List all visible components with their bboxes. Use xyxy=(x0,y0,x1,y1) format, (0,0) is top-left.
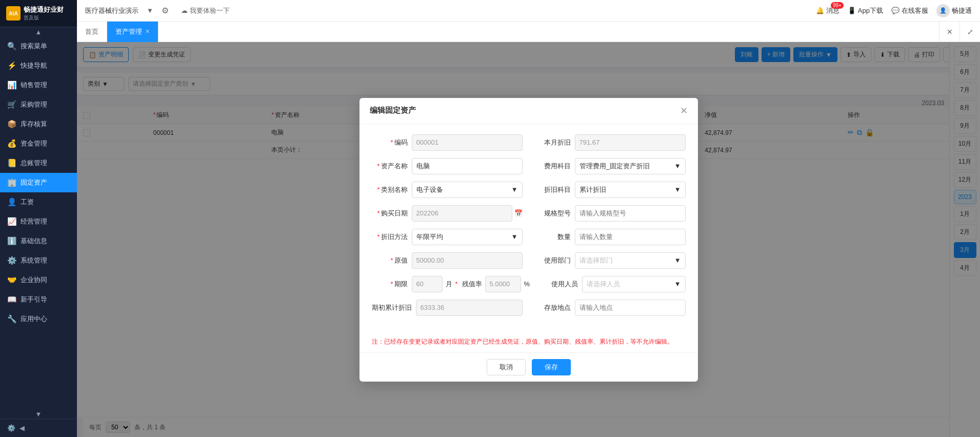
code-label: *编码 xyxy=(372,138,408,147)
sidebar-item-apps[interactable]: 🔧 应用中心 xyxy=(0,309,77,329)
sidebar-item-finance[interactable]: 💰 资金管理 xyxy=(0,134,77,153)
person-dropdown-icon: ▼ xyxy=(674,280,681,288)
online-support-btn[interactable]: 💬 在线客服 xyxy=(891,6,928,15)
notification-icon: 🔔 xyxy=(816,7,824,14)
sidebar-item-basic[interactable]: ℹ️ 基础信息 xyxy=(0,231,77,251)
collapse-btn[interactable]: ◀ xyxy=(19,424,25,432)
assets-icon: 🏢 xyxy=(7,178,16,187)
quantity-field: 数量 xyxy=(535,229,686,245)
code-field: *编码 xyxy=(372,134,523,151)
experience-label[interactable]: 我要体验一下 xyxy=(190,6,230,15)
sidebar-item-label: 销售管理 xyxy=(21,81,47,90)
content-area: 📋 资产明细 📄 变更生成凭证 刘账 + 新增 xyxy=(77,42,980,437)
app-download-btn[interactable]: 📱 App下载 xyxy=(848,6,883,15)
original-value-field: *原值 xyxy=(372,252,523,269)
initial-dep-input[interactable] xyxy=(416,300,523,316)
settings-icon[interactable]: ⚙️ xyxy=(7,424,15,432)
experience-area: ☁ 我要体验一下 xyxy=(181,6,230,15)
sidebar-scroll-down[interactable]: ▼ xyxy=(0,409,77,419)
system-icon: ⚙️ xyxy=(7,256,16,265)
sidebar-item-management[interactable]: 📈 经营管理 xyxy=(0,212,77,231)
user-menu-btn[interactable]: 👤 畅捷通 xyxy=(936,4,972,17)
dep-subject-field: 折旧科目 累计折旧 ▼ xyxy=(535,182,686,198)
tab-close-action[interactable]: ✕ xyxy=(939,22,959,42)
notification-btn[interactable]: 🔔 消息 99+ xyxy=(816,6,839,15)
sidebar-item-label: 系统管理 xyxy=(21,256,47,265)
expense-subject-select[interactable]: 管理费用_固定资产折旧 ▼ xyxy=(575,158,686,174)
sidebar-item-inventory[interactable]: 📦 库存核算 xyxy=(0,114,77,134)
category-select[interactable]: 电子设备 ▼ xyxy=(412,182,523,198)
person-select[interactable]: 请选择人员 ▼ xyxy=(582,276,685,292)
calendar-icon[interactable]: 📅 xyxy=(514,209,523,217)
dep-method-label: *折旧方法 xyxy=(372,232,408,242)
sidebar-scroll-up[interactable]: ▲ xyxy=(0,27,77,36)
avatar: 👤 xyxy=(936,4,950,17)
sidebar-item-search[interactable]: 🔍 搜索菜单 xyxy=(0,36,77,56)
dep-subject-select[interactable]: 累计折旧 ▼ xyxy=(575,182,686,198)
form-row-6: *原值 使用部门 请选择部门 ▼ xyxy=(372,252,686,269)
purchase-date-field: *购买日期 📅 xyxy=(372,205,523,222)
form-row-2: *资产名称 费用科目 管理费用_固定资产折旧 ▼ xyxy=(372,158,686,174)
sidebar-item-label: 搜索菜单 xyxy=(21,42,47,51)
quantity-input[interactable] xyxy=(575,229,686,245)
modal-overlay: 编辑固定资产 ✕ *编码 本月折旧 xyxy=(77,42,980,437)
code-input[interactable] xyxy=(412,134,523,151)
tab-asset-management[interactable]: 资产管理 ✕ xyxy=(107,22,158,42)
sidebar-item-assets[interactable]: 🏢 固定资产 xyxy=(0,173,77,192)
edit-asset-modal: 编辑固定资产 ✕ *编码 本月折旧 xyxy=(359,98,698,382)
modal-close-btn[interactable]: ✕ xyxy=(680,105,688,116)
spec-input[interactable] xyxy=(575,205,686,222)
location-input[interactable] xyxy=(575,300,686,316)
sidebar-item-ledger[interactable]: 📒 总账管理 xyxy=(0,153,77,173)
logo-icon: AtA xyxy=(6,6,21,21)
sidebar-item-label: 经营管理 xyxy=(21,217,47,226)
support-label: 在线客服 xyxy=(902,6,928,15)
tab-expand-action[interactable]: ⤢ xyxy=(959,22,980,42)
asset-name-input[interactable] xyxy=(412,158,523,174)
sidebar-item-payroll[interactable]: 👤 工资 xyxy=(0,192,77,212)
dep-method-select[interactable]: 年限平均 ▼ xyxy=(412,229,523,245)
notification-count: 99+ xyxy=(831,2,844,9)
sidebar-item-quicknav[interactable]: ⚡ 快捷导航 xyxy=(0,56,77,75)
sidebar: AtA 畅捷通好业财 普及版 ▲ 🔍 搜索菜单 ⚡ 快捷导航 📊 销售管理 🛒 … xyxy=(0,0,77,437)
tab-asset-label: 资产管理 xyxy=(115,27,142,36)
purchase-date-input[interactable] xyxy=(412,205,512,222)
category-field: *类别名称 电子设备 ▼ xyxy=(372,182,523,198)
management-icon: 📈 xyxy=(7,217,16,226)
sidebar-item-label: 快捷导航 xyxy=(21,61,47,70)
topbar-settings-btn[interactable]: ⚙ xyxy=(162,6,169,15)
sidebar-item-purchase[interactable]: 🛒 采购管理 xyxy=(0,95,77,114)
topbar-right: 🔔 消息 99+ 📱 App下载 💬 在线客服 👤 畅捷通 xyxy=(816,4,972,17)
collab-icon: 🤝 xyxy=(7,275,16,285)
tab-home[interactable]: 首页 xyxy=(77,22,107,42)
finance-icon: 💰 xyxy=(7,139,16,148)
sidebar-item-collab[interactable]: 🤝 企业协同 xyxy=(0,270,77,290)
form-row-8: 期初累计折旧 存放地点 xyxy=(372,300,686,316)
tab-home-label: 首页 xyxy=(85,27,98,36)
sidebar-item-guide[interactable]: 📖 新手引导 xyxy=(0,290,77,309)
ledger-icon: 📒 xyxy=(7,158,16,168)
sidebar-item-system[interactable]: ⚙️ 系统管理 xyxy=(0,251,77,270)
initial-dep-label: 期初累计折旧 xyxy=(372,303,412,312)
expense-subject-label: 费用科目 xyxy=(535,162,571,171)
company-dropdown-btn[interactable]: ▼ xyxy=(147,7,153,14)
department-select[interactable]: 请选择部门 ▼ xyxy=(575,252,686,269)
period-input[interactable] xyxy=(412,276,443,292)
sidebar-bottom: ⚙️ ◀ xyxy=(0,419,77,437)
sidebar-menu: 🔍 搜索菜单 ⚡ 快捷导航 📊 销售管理 🛒 采购管理 📦 库存核算 💰 资金管… xyxy=(0,36,77,409)
sales-icon: 📊 xyxy=(7,81,16,90)
department-dropdown-icon: ▼ xyxy=(674,256,681,264)
residual-rate-input[interactable] xyxy=(485,276,521,292)
quicknav-icon: ⚡ xyxy=(7,61,16,70)
sidebar-item-sales[interactable]: 📊 销售管理 xyxy=(0,75,77,95)
period-unit-label: 月 xyxy=(446,280,452,289)
asset-name-field: *资产名称 xyxy=(372,158,523,174)
tab-close-btn[interactable]: ✕ xyxy=(145,28,150,35)
sidebar-item-label: 库存核算 xyxy=(21,120,47,129)
this-month-dep-input[interactable] xyxy=(575,134,686,151)
period-group: 月 * 残值率 % xyxy=(412,276,530,292)
initial-dep-field: 期初累计折旧 xyxy=(372,300,523,316)
cancel-btn[interactable]: 取消 xyxy=(487,359,526,375)
save-btn[interactable]: 保存 xyxy=(532,359,571,375)
original-value-input[interactable] xyxy=(412,252,523,269)
